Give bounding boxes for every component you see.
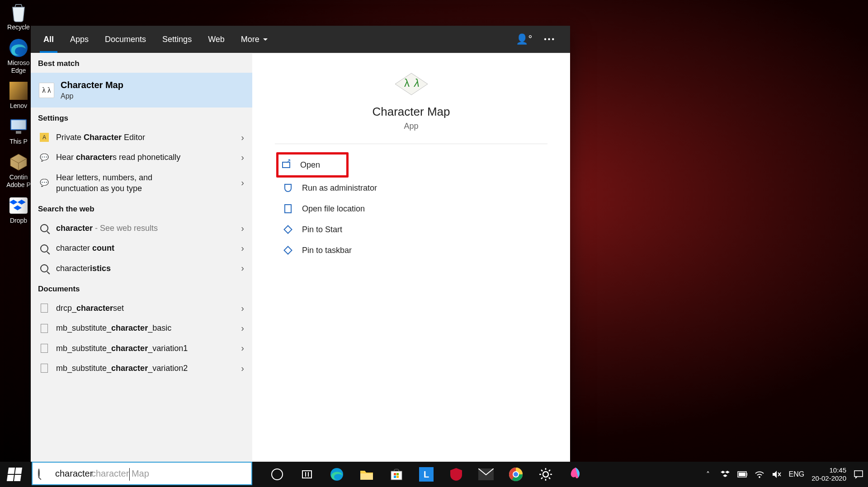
action-open-file-location[interactable]: Open file location xyxy=(278,198,553,219)
search-input[interactable] xyxy=(45,468,246,479)
desktop-icon-recycle-bin[interactable]: Recycle xyxy=(3,2,34,31)
pc-icon xyxy=(8,116,29,137)
taskbar-app-store[interactable] xyxy=(383,462,410,487)
document-icon xyxy=(39,323,50,334)
section-settings: Settings xyxy=(31,108,252,127)
start-button[interactable] xyxy=(0,462,29,487)
document-icon xyxy=(39,343,50,354)
svg-rect-4 xyxy=(9,197,28,214)
tray-chevron-up-icon[interactable]: ˄ xyxy=(703,469,713,479)
chevron-right-icon xyxy=(241,323,244,333)
pin-icon xyxy=(283,225,293,234)
svg-text:λ: λ xyxy=(413,77,420,89)
edge-icon xyxy=(330,467,344,482)
battery-icon[interactable] xyxy=(737,469,747,479)
desktop-icon-label: Dropb xyxy=(10,217,27,225)
taskbar-search-box[interactable]: character Map character xyxy=(32,462,252,485)
section-search-web: Search the web xyxy=(31,198,252,218)
action-run-as-admin[interactable]: Run as administrator xyxy=(278,178,553,198)
desktop-icon-lenovo[interactable]: Lenov xyxy=(3,80,34,110)
tray-language[interactable]: ENG xyxy=(789,470,805,478)
tab-documents[interactable]: Documents xyxy=(97,26,154,53)
action-pin-to-taskbar[interactable]: Pin to taskbar xyxy=(278,240,553,261)
action-open[interactable]: Open xyxy=(276,152,349,178)
result-web-characteristics[interactable]: characteristics xyxy=(31,258,252,278)
tab-web[interactable]: Web xyxy=(200,26,233,53)
tab-apps[interactable]: Apps xyxy=(62,26,97,53)
taskbar-app-explorer[interactable] xyxy=(354,462,380,487)
task-view-icon xyxy=(302,470,312,478)
dropbox-icon xyxy=(8,195,29,216)
store-icon xyxy=(390,468,403,481)
more-options-icon[interactable]: ••• xyxy=(544,35,556,43)
desktop-icon-dropbox[interactable]: Dropb xyxy=(3,195,34,225)
taskbar-task-view[interactable] xyxy=(294,462,320,487)
l-app-icon: L xyxy=(419,467,434,482)
svg-rect-2 xyxy=(11,120,26,129)
result-doc-mb-var2[interactable]: mb_substitute_character_variation2 xyxy=(31,358,252,378)
tray-clock[interactable]: 10:45 20-02-2020 xyxy=(811,466,846,482)
desktop-icon-this-pc[interactable]: This P xyxy=(3,116,34,145)
svg-rect-10 xyxy=(394,473,396,475)
character-map-hero-icon: λλ xyxy=(391,70,432,97)
windows-logo-icon xyxy=(7,468,22,481)
taskbar-app-paint[interactable] xyxy=(562,462,589,487)
svg-rect-29 xyxy=(747,473,747,476)
tab-settings[interactable]: Settings xyxy=(154,26,200,53)
shield-icon xyxy=(283,183,293,193)
chevron-right-icon xyxy=(241,152,244,163)
cortana-icon xyxy=(271,468,283,480)
result-settings-hear-characters[interactable]: 💬 Hear characters read phonetically xyxy=(31,147,252,167)
detail-title: Character Map xyxy=(373,105,450,119)
volume-muted-icon[interactable] xyxy=(772,469,782,479)
chevron-right-icon xyxy=(241,243,244,253)
chevron-right-icon xyxy=(241,363,244,374)
taskbar-app-l[interactable]: L xyxy=(413,462,439,487)
result-web-character[interactable]: character - See web results xyxy=(31,218,252,238)
result-settings-private-character-editor[interactable]: A Private Character Editor xyxy=(31,127,252,147)
taskbar-app-mcafee[interactable] xyxy=(443,462,469,487)
search-results-list: Best match λ λ Character Map App Setting… xyxy=(31,53,252,465)
taskbar-app-settings[interactable] xyxy=(533,462,559,487)
svg-point-18 xyxy=(514,472,518,477)
svg-line-27 xyxy=(541,478,542,479)
desktop-icon-adobe[interactable]: Contin Adobe P xyxy=(3,152,34,189)
svg-line-25 xyxy=(549,478,550,479)
svg-line-24 xyxy=(541,470,542,471)
section-documents: Documents xyxy=(31,278,252,298)
search-detail-pane: λλ Character Map App Open Run as adminis… xyxy=(252,53,570,465)
result-web-character-count[interactable]: character count xyxy=(31,238,252,258)
chevron-right-icon xyxy=(241,303,244,314)
chevron-right-icon xyxy=(241,223,244,234)
desktop-icons: Recycle Microso Edge Lenov This P Contin… xyxy=(3,2,34,224)
tab-more[interactable]: More xyxy=(233,26,276,53)
folder-icon xyxy=(359,468,374,481)
result-doc-mb-var1[interactable]: mb_substitute_character_variation1 xyxy=(31,338,252,358)
dropbox-tray-icon[interactable] xyxy=(720,469,730,479)
desktop-icon-label: Lenov xyxy=(10,102,27,110)
feedback-icon[interactable]: 👤° xyxy=(516,33,532,45)
desktop-icon-edge[interactable]: Microso Edge xyxy=(3,37,34,75)
pin-icon xyxy=(283,245,293,255)
result-best-match-character-map[interactable]: λ λ Character Map App xyxy=(31,73,252,108)
taskbar-app-chrome[interactable] xyxy=(503,462,529,487)
taskbar-app-mail[interactable] xyxy=(473,462,499,487)
svg-rect-30 xyxy=(739,473,745,476)
result-doc-mb-basic[interactable]: mb_substitute_character_basic xyxy=(31,318,252,338)
action-pin-to-start[interactable]: Pin to Start xyxy=(278,219,553,240)
gear-icon xyxy=(539,468,552,481)
wifi-icon[interactable] xyxy=(755,469,764,479)
desktop-icon-label: Microso Edge xyxy=(3,59,34,75)
taskbar-app-edge[interactable] xyxy=(324,462,350,487)
action-center-icon[interactable] xyxy=(854,469,863,479)
result-settings-hear-letters[interactable]: 💬 Hear letters, numbers, and punctuation… xyxy=(31,168,252,199)
result-doc-drcp-characterset[interactable]: drcp_characterset xyxy=(31,298,252,318)
search-filter-tabs: All Apps Documents Settings Web More 👤° … xyxy=(31,26,570,53)
narrator-icon: 💬 xyxy=(39,152,50,163)
search-icon xyxy=(39,263,50,274)
tab-all[interactable]: All xyxy=(35,26,62,53)
svg-point-19 xyxy=(543,472,548,477)
folder-icon xyxy=(283,204,293,214)
result-subtitle: App xyxy=(61,92,123,100)
taskbar-cortana[interactable] xyxy=(264,462,290,487)
